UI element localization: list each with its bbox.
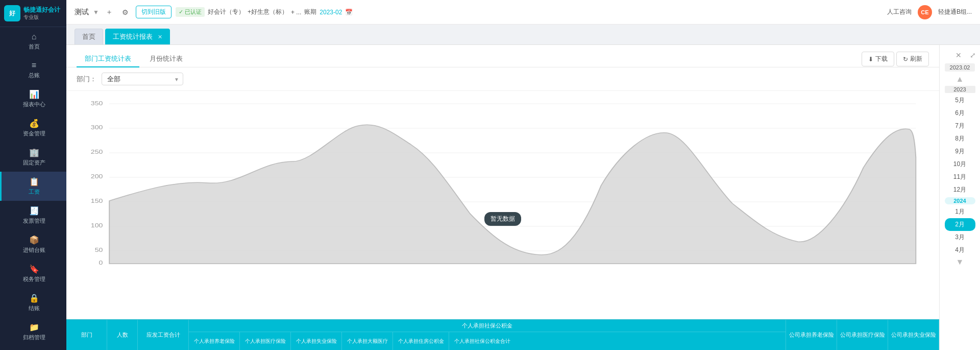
sidebar-item-settings[interactable]: ⚙ 设置	[0, 346, 66, 350]
tab-home-label: 首页	[82, 33, 95, 40]
period-value: 2023-02	[320, 9, 342, 16]
period-label: 账期	[304, 8, 316, 16]
table-col-count: 人数	[107, 320, 138, 350]
month-item-2023-8月[interactable]: 8月	[945, 132, 975, 145]
month-item-2023-10月[interactable]: 10月	[945, 158, 975, 171]
product-label: 好会计（专）	[208, 8, 244, 16]
sidebar-item-salary[interactable]: 📋 工资	[0, 172, 66, 201]
reports-icon: 📊	[29, 89, 39, 99]
month-item-2024-3月[interactable]: 3月	[945, 231, 975, 244]
tab-salary-report[interactable]: 工资统计报表 ✕	[105, 29, 170, 44]
sidebar-item-ledger[interactable]: ≡ 总账	[0, 56, 66, 84]
month-nav-up[interactable]: ▲	[953, 74, 967, 85]
table-header: 部门 人数 应发工资合计 个人承担社保公积金 个人承担养老保险 个人承担医疗保险…	[66, 319, 939, 350]
right-panel: ✕ ⤢ 2023.02 ▲ 2023 5月6月7月8月9月10月11月12月 2…	[939, 45, 980, 350]
month-item-2023-7月[interactable]: 7月	[945, 120, 975, 132]
svg-text:350: 350	[91, 100, 103, 106]
svg-text:250: 250	[91, 149, 103, 155]
consult-btn[interactable]: 人工咨询	[887, 8, 912, 16]
col-pension-company: 公司承担养老保险	[786, 320, 837, 350]
switch-version-button[interactable]: 切到旧版	[136, 6, 172, 18]
assets-label: 固定资产	[23, 159, 45, 167]
tabbar: 首页 工资统计报表 ✕	[66, 25, 980, 45]
auth-status: ✓ 已认证	[176, 7, 205, 17]
home-label: 首页	[29, 43, 40, 51]
group-header-personal: 个人承担社保公积金	[189, 320, 786, 332]
col-pension-personal: 个人承担养老保险	[189, 332, 240, 350]
sidebar-item-invoice[interactable]: 🧾 发票管理	[0, 201, 66, 230]
sidebar-item-archive[interactable]: 📁 归档管理	[0, 317, 66, 346]
months-2024: 1月2月3月4月	[945, 205, 975, 256]
month-item-2023-6月[interactable]: 6月	[945, 107, 975, 120]
invoice-label: 发票管理	[23, 217, 45, 225]
closing-icon: 🔒	[29, 293, 39, 303]
salary-label: 工资	[29, 188, 40, 196]
sub-tab-month-label: 月份统计表	[150, 55, 183, 62]
month-item-2024-4月[interactable]: 4月	[945, 244, 975, 256]
col-unemployment-personal: 个人承担失业保险	[291, 332, 342, 350]
product-more: + ...	[291, 9, 301, 16]
month-item-2023-11月[interactable]: 11月	[945, 171, 975, 183]
months-2023: 5月6月7月8月9月10月11月12月	[945, 94, 975, 196]
sidebar-item-closing[interactable]: 🔒 结账	[0, 288, 66, 317]
salary-icon: 📋	[29, 177, 39, 186]
user-name: 轻捷通B组...	[938, 8, 972, 16]
sidebar-logo: 好 畅捷通好会计 专业版	[0, 0, 66, 27]
year-2023-section: 2023 5月6月7月8月9月10月11月12月	[940, 85, 980, 196]
download-button[interactable]: ⬇ 下载	[862, 52, 894, 66]
col-unemployment-company: 公司承担失业保险	[888, 320, 939, 350]
sidebar-item-funds[interactable]: 💰 资金管理	[0, 113, 66, 143]
funds-icon: 💰	[29, 119, 39, 128]
download-label: 下载	[875, 55, 888, 63]
dept-select[interactable]: 全部 财务部 销售部 管理部	[102, 73, 183, 85]
dept-select-wrapper: 全部 财务部 销售部 管理部	[102, 73, 183, 85]
company-name: 测试	[75, 8, 89, 17]
sidebar-item-reports[interactable]: 📊 报表中心	[0, 84, 66, 113]
dept-label: 部门：	[77, 75, 96, 84]
sidebar-item-assets[interactable]: 🏢 固定资产	[0, 143, 66, 172]
chart-svg: 350 300 250 200 150 100 50 0	[77, 96, 929, 270]
right-panel-top: ✕ ⤢	[940, 49, 980, 61]
refresh-label: 刷新	[910, 55, 922, 63]
month-item-2023-5月[interactable]: 5月	[945, 94, 975, 107]
ledger-label: 总账	[29, 72, 40, 79]
settings-button[interactable]: ⚙	[119, 6, 132, 18]
month-nav-down[interactable]: ▼	[953, 256, 967, 268]
sub-tab-dept[interactable]: 部门工资统计表	[77, 51, 139, 67]
col-medical-company: 公司承担医疗保险	[837, 320, 888, 350]
month-item-2023-9月[interactable]: 9月	[945, 145, 975, 158]
topbar-user: 人工咨询 CE 轻捷通B组...	[887, 5, 972, 19]
right-panel-close-button[interactable]: ✕	[951, 49, 966, 61]
tab-home[interactable]: 首页	[75, 29, 103, 44]
month-item-2023-12月[interactable]: 12月	[945, 183, 975, 196]
sidebar-item-home[interactable]: ⌂ 首页	[0, 27, 66, 56]
content-toolbar: 部门： 全部 财务部 销售部 管理部	[66, 67, 939, 91]
month-item-2024-1月[interactable]: 1月	[945, 205, 975, 218]
main-area: 测试 ▼ ＋ ⚙ 切到旧版 ✓ 已认证 好会计（专） +好生意（标） + ...…	[66, 0, 980, 350]
sales-icon: 📦	[29, 235, 39, 245]
year-2024-label: 2024	[945, 197, 975, 204]
right-panel-expand-button[interactable]: ⤢	[966, 49, 980, 61]
sub-tab-month[interactable]: 月份统计表	[141, 51, 191, 67]
home-icon: ⌂	[32, 32, 37, 41]
refresh-button[interactable]: ↻ 刷新	[896, 52, 929, 66]
company-dropdown-icon[interactable]: ▼	[93, 9, 99, 16]
current-period-display: 2023.02	[945, 63, 975, 72]
month-item-2024-2月[interactable]: 2月	[945, 218, 975, 231]
table-col-salary: 应发工资合计	[138, 320, 189, 350]
calendar-icon[interactable]: 📅	[345, 9, 353, 16]
tooltip-text: 暂无数据	[491, 215, 515, 222]
tax-label: 税务管理	[23, 275, 45, 283]
sales-label: 进销台账	[23, 246, 45, 254]
svg-text:200: 200	[91, 173, 103, 179]
archive-label: 归档管理	[23, 334, 45, 341]
tab-close-icon[interactable]: ✕	[158, 34, 162, 40]
add-button[interactable]: ＋	[103, 6, 115, 18]
user-avatar: CE	[918, 5, 932, 19]
year-2024-section: 2024 1月2月3月4月	[940, 196, 980, 256]
sidebar-item-sales[interactable]: 📦 进销台账	[0, 230, 66, 259]
svg-text:100: 100	[91, 222, 103, 228]
download-icon: ⬇	[868, 56, 873, 63]
sub-tab-dept-label: 部门工资统计表	[85, 55, 131, 62]
sidebar-item-tax[interactable]: 🔖 税务管理	[0, 259, 66, 288]
